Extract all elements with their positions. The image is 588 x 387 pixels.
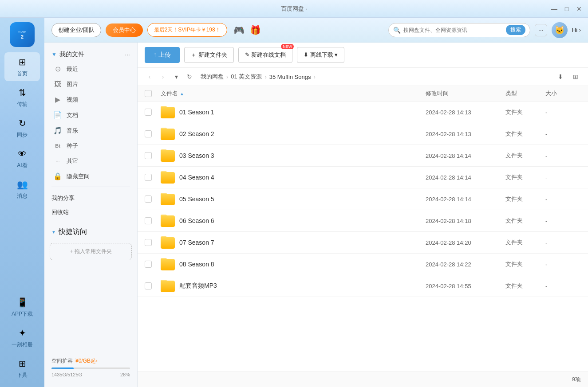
storage-percent: 28% xyxy=(120,372,130,377)
topbar-hi-label[interactable]: Hi › xyxy=(572,27,581,33)
table-row[interactable]: 01 Season 1 2024-02-28 14:13 文件夹 - xyxy=(138,102,588,123)
folder-icon xyxy=(161,258,175,270)
promo-button[interactable]: 最后2天！SVIP年卡￥198！ xyxy=(147,23,227,37)
search-input[interactable] xyxy=(403,27,503,33)
grid-view-button[interactable]: ⊞ xyxy=(570,71,581,82)
sort-view-button[interactable]: ⬇ xyxy=(555,71,566,82)
close-button[interactable]: ✕ xyxy=(576,5,583,12)
sidebar-label-app: APP下载 xyxy=(12,310,33,318)
sidebar-item-photos[interactable]: 🖼 图片 xyxy=(44,77,137,92)
file-type: 文件夹 xyxy=(505,108,545,116)
row-checkbox[interactable] xyxy=(145,174,152,181)
table-row[interactable]: 06 Season 6 2024-02-28 14:18 文件夹 - xyxy=(138,210,588,232)
row-checkbox[interactable] xyxy=(145,109,152,116)
row-checkbox[interactable] xyxy=(145,195,152,203)
file-date: 2024-02-28 14:13 xyxy=(426,131,505,137)
sidebar-item-album[interactable]: ✦ 一刻相册 xyxy=(4,323,40,352)
sidebar-item-transfer[interactable]: ⇅ 传输 xyxy=(4,83,40,112)
sidebar-item-tools[interactable]: ⊞ 下具 xyxy=(4,354,40,383)
row-checkbox[interactable] xyxy=(145,239,152,246)
topbar-more-button[interactable]: ··· xyxy=(535,24,547,36)
sidebar-item-app[interactable]: 📱 APP下载 xyxy=(4,293,40,321)
sidebar-item-other[interactable]: ··· 其它 xyxy=(44,153,137,168)
maximize-button[interactable]: □ xyxy=(563,5,570,12)
file-name: 配套音频MP3 xyxy=(179,282,426,290)
table-row[interactable]: 08 Season 8 2024-02-28 14:22 文件夹 - xyxy=(138,254,588,275)
nav-dropdown-button[interactable]: ▾ xyxy=(171,72,181,82)
header-date[interactable]: 修改时间 xyxy=(426,90,505,98)
other-label: 其它 xyxy=(67,157,78,165)
recycle-section[interactable]: 回收站 xyxy=(44,204,137,218)
table-row[interactable]: 配套音频MP3 2024-02-28 14:55 文件夹 - xyxy=(138,275,588,297)
storage-expand-button[interactable]: ¥0/GB起› xyxy=(75,357,98,365)
breadcrumb-path1[interactable]: 01 英文资源 xyxy=(231,73,262,81)
nav-back-button[interactable]: ‹ xyxy=(145,72,154,82)
row-checkbox[interactable] xyxy=(145,261,152,268)
sidebar-item-torrent[interactable]: Bt 种子 xyxy=(44,138,137,153)
file-size: - xyxy=(545,174,581,181)
file-date: 2024-02-28 14:14 xyxy=(426,152,505,159)
breadcrumb: ‹ › ▾ ↻ 我的网盘 › 01 英文资源 › 35 Muffin Songs… xyxy=(138,68,588,86)
sync-icon: ↻ xyxy=(16,117,28,129)
row-check xyxy=(145,261,161,268)
offline-download-button[interactable]: ⬇ 离线下载 ▾ xyxy=(297,47,344,63)
breadcrumb-sort: ⬇ ⊞ xyxy=(555,71,581,82)
storage-total: 5125G xyxy=(67,372,82,377)
sidebar-item-sync[interactable]: ↻ 同步 xyxy=(4,113,40,142)
game-icon[interactable]: 🎮 xyxy=(233,25,245,35)
upload-button[interactable]: ↑ 上传 xyxy=(145,47,180,63)
row-checkbox[interactable] xyxy=(145,217,152,224)
sidebar-label-transfer: 传输 xyxy=(17,101,28,108)
file-content: ↑ 上传 ＋ 新建文件夹 ✎ 新建在线文档 NEW ⬇ 离线下载 ▾ ‹ › ▾… xyxy=(138,43,588,387)
sidebar-item-docs[interactable]: 📄 文档 xyxy=(44,107,137,123)
message-icon: 👥 xyxy=(16,178,28,191)
my-files-more-icon[interactable]: ··· xyxy=(125,51,130,58)
row-checkbox[interactable] xyxy=(145,130,152,137)
doc-icon: 📄 xyxy=(53,111,62,119)
breadcrumb-current: 35 Muffin Songs xyxy=(269,74,311,80)
file-name: 02 Season 2 xyxy=(179,130,426,137)
tools-icon: ⊞ xyxy=(16,357,28,370)
storage-bar-background xyxy=(51,367,130,369)
sidebar-item-ai[interactable]: 👁 AI看 xyxy=(4,144,40,173)
sidebar-label-tools: 下具 xyxy=(17,371,28,379)
create-team-button[interactable]: 创建企业/团队 xyxy=(51,23,101,37)
new-online-doc-button[interactable]: ✎ 新建在线文档 NEW xyxy=(238,47,293,63)
row-checkbox[interactable] xyxy=(145,152,152,159)
minimize-button[interactable]: — xyxy=(551,5,558,12)
sidebar-item-home[interactable]: ⊞ 首页 xyxy=(4,52,40,81)
table-row[interactable]: 03 Season 3 2024-02-28 14:14 文件夹 - xyxy=(138,145,588,167)
folder-icon xyxy=(161,149,175,162)
table-row[interactable]: 02 Season 2 2024-02-28 14:13 文件夹 - xyxy=(138,123,588,145)
sidebar-item-video[interactable]: ▶ 视频 xyxy=(44,92,137,107)
my-files-header[interactable]: ▼ 我的文件 ··· xyxy=(44,48,137,61)
file-type: 文件夹 xyxy=(505,130,545,138)
avatar[interactable]: 🐱 xyxy=(552,22,568,38)
drop-area[interactable]: + 拖入常用文件夹 xyxy=(50,243,132,260)
file-table-header: 文件名 ▲ 修改时间 类型 大小 xyxy=(138,86,588,102)
row-checkbox[interactable] xyxy=(145,282,152,289)
table-row[interactable]: 05 Season 5 2024-02-28 14:14 文件夹 - xyxy=(138,188,588,210)
nav-forward-button[interactable]: › xyxy=(158,72,168,82)
file-size: - xyxy=(545,152,581,159)
sort-icon: ▲ xyxy=(180,91,184,96)
table-row[interactable]: 07 Season 7 2024-02-28 14:20 文件夹 - xyxy=(138,232,588,254)
sidebar-item-music[interactable]: 🎵 音乐 xyxy=(44,123,137,138)
gift-icon[interactable]: 🎁 xyxy=(250,25,261,35)
nav-refresh-button[interactable]: ↻ xyxy=(185,72,194,82)
table-row[interactable]: 04 Season 4 2024-02-28 14:14 文件夹 - xyxy=(138,167,588,188)
sidebar-item-message[interactable]: 👥 消息 xyxy=(4,175,40,203)
file-name: 07 Season 7 xyxy=(179,239,426,246)
vip-button[interactable]: 会员中心 xyxy=(106,23,143,37)
breadcrumb-root[interactable]: 我的网盘 xyxy=(201,73,224,81)
sidebar-item-recent[interactable]: ⊙ 最近 xyxy=(44,61,137,77)
new-folder-button[interactable]: ＋ 新建文件夹 xyxy=(184,47,234,63)
my-share-section[interactable]: 我的分享 xyxy=(44,190,137,204)
header-type: 类型 xyxy=(505,90,545,98)
header-name[interactable]: 文件名 ▲ xyxy=(161,90,426,98)
search-button[interactable]: 搜索 xyxy=(506,25,525,35)
sidebar-item-hidden[interactable]: 🔒 隐藏空间 xyxy=(44,168,137,184)
select-all-checkbox[interactable] xyxy=(145,90,152,97)
titlebar: 百度网盘 · — □ ✕ xyxy=(0,0,588,18)
row-check xyxy=(145,130,161,137)
